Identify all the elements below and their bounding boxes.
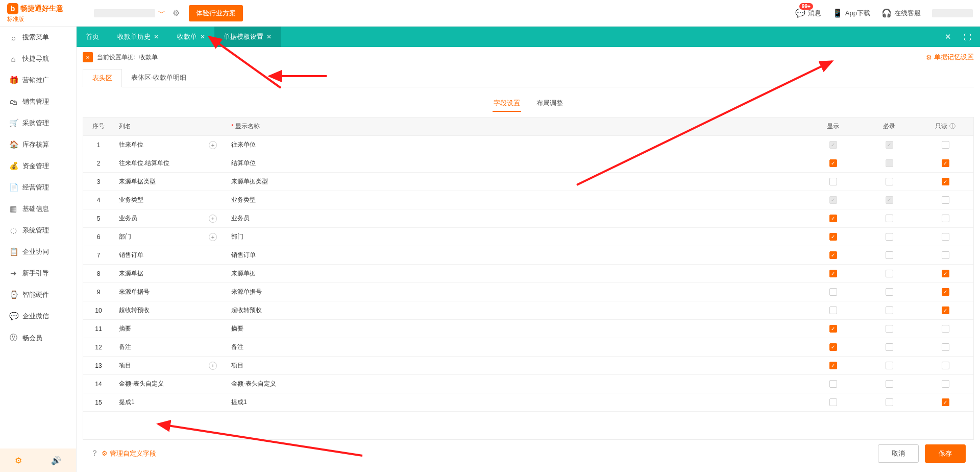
checkbox[interactable] bbox=[829, 288, 837, 296]
cell-display[interactable]: 销售订单 bbox=[226, 246, 805, 264]
checkbox[interactable] bbox=[886, 325, 893, 333]
gear-icon[interactable]: ⚙ bbox=[173, 8, 180, 18]
add-icon[interactable]: + bbox=[209, 141, 217, 149]
checkbox[interactable] bbox=[886, 215, 893, 222]
user-placeholder[interactable] bbox=[932, 9, 973, 17]
checkbox[interactable]: ✓ bbox=[829, 215, 837, 222]
checkbox[interactable] bbox=[886, 288, 893, 296]
sidebar-item-1[interactable]: ⌂快捷导航 bbox=[0, 48, 76, 69]
help-icon[interactable]: ⓘ bbox=[949, 122, 955, 131]
checkbox[interactable]: ✓ bbox=[829, 159, 837, 167]
checkbox[interactable]: ✓ bbox=[942, 398, 949, 406]
sidebar-item-12[interactable]: ⌚智能硬件 bbox=[0, 284, 76, 305]
cell-display[interactable]: 项目 bbox=[226, 357, 805, 374]
close-icon[interactable]: ✕ bbox=[266, 33, 272, 40]
checkbox[interactable] bbox=[829, 178, 837, 185]
fullscreen-icon[interactable]: ⛶ bbox=[961, 30, 974, 43]
checkbox[interactable]: ✓ bbox=[829, 325, 837, 333]
checkbox[interactable]: ✓ bbox=[942, 270, 949, 277]
sidebar-item-10[interactable]: 📋企业协同 bbox=[0, 241, 76, 263]
checkbox[interactable] bbox=[942, 215, 949, 222]
checkbox[interactable]: ✓ bbox=[942, 288, 949, 296]
sound-icon[interactable]: 🔊 bbox=[51, 456, 61, 465]
cell-display[interactable]: 来源单据 bbox=[226, 265, 805, 282]
checkbox[interactable] bbox=[886, 343, 893, 351]
checkbox[interactable] bbox=[886, 159, 893, 167]
checkbox[interactable]: ✓ bbox=[942, 306, 949, 314]
sidebar-item-4[interactable]: 🛒采购管理 bbox=[0, 112, 76, 134]
tab-2[interactable]: 收款单✕ bbox=[168, 27, 214, 47]
checkbox[interactable] bbox=[886, 178, 893, 185]
expand-icon[interactable]: » bbox=[83, 52, 93, 62]
checkbox[interactable] bbox=[942, 343, 949, 351]
cell-display[interactable]: 往来单位 bbox=[226, 136, 805, 154]
save-button[interactable]: 保存 bbox=[925, 444, 966, 463]
checkbox[interactable] bbox=[829, 306, 837, 314]
close-all-icon[interactable]: ✕ bbox=[941, 30, 954, 43]
cell-display[interactable]: 金额-表头自定义 bbox=[226, 375, 805, 393]
checkbox[interactable]: ✓ bbox=[829, 251, 837, 259]
cell-display[interactable]: 来源单据号 bbox=[226, 283, 805, 301]
sidebar-item-13[interactable]: 💬企业微信 bbox=[0, 305, 76, 327]
sidebar-item-6[interactable]: 💰资金管理 bbox=[0, 155, 76, 177]
checkbox[interactable] bbox=[942, 141, 949, 149]
sub-tab-1[interactable]: 布局调整 bbox=[535, 96, 564, 112]
checkbox[interactable]: ✓ bbox=[942, 178, 949, 185]
add-icon[interactable]: + bbox=[209, 215, 217, 223]
cell-display[interactable]: 超收转预收 bbox=[226, 301, 805, 319]
sidebar-item-0[interactable]: ⌕搜索菜单 bbox=[0, 27, 76, 48]
tab-0[interactable]: 首页 bbox=[77, 27, 108, 47]
cell-display[interactable]: 备注 bbox=[226, 338, 805, 356]
sidebar-item-2[interactable]: 🎁营销推广 bbox=[0, 69, 76, 91]
checkbox[interactable] bbox=[942, 196, 949, 204]
grid-body[interactable]: 1往来单位+往来单位✓✓2往来单位.结算单位结算单位✓✓3来源单据类型来源单据类… bbox=[83, 136, 973, 439]
checkbox[interactable] bbox=[942, 325, 949, 333]
checkbox[interactable] bbox=[886, 251, 893, 259]
checkbox[interactable] bbox=[942, 233, 949, 241]
checkbox[interactable] bbox=[886, 362, 893, 369]
checkbox[interactable]: ✓ bbox=[829, 196, 837, 204]
cell-display[interactable]: 提成1 bbox=[226, 393, 805, 411]
close-icon[interactable]: ✕ bbox=[200, 33, 205, 40]
checkbox[interactable]: ✓ bbox=[886, 141, 893, 149]
checkbox[interactable] bbox=[886, 380, 893, 388]
cell-display[interactable]: 摘要 bbox=[226, 320, 805, 338]
checkbox[interactable] bbox=[942, 380, 949, 388]
checkbox[interactable] bbox=[942, 251, 949, 259]
app-download-link[interactable]: 📱 App下载 bbox=[832, 8, 870, 18]
cell-display[interactable]: 来源单据类型 bbox=[226, 173, 805, 191]
cell-display[interactable]: 结算单位 bbox=[226, 154, 805, 172]
cell-display[interactable]: 业务类型 bbox=[226, 191, 805, 209]
tab-1[interactable]: 收款单历史✕ bbox=[108, 27, 168, 47]
cell-display[interactable]: 部门 bbox=[226, 228, 805, 246]
sidebar-item-7[interactable]: 📄经营管理 bbox=[0, 177, 76, 198]
checkbox[interactable]: ✓ bbox=[829, 343, 837, 351]
settings-icon[interactable]: ⚙ bbox=[15, 456, 22, 465]
checkbox[interactable] bbox=[886, 233, 893, 241]
checkbox[interactable]: ✓ bbox=[886, 196, 893, 204]
memory-settings-link[interactable]: ⚙ 单据记忆设置 bbox=[926, 53, 974, 62]
sidebar-item-14[interactable]: Ⓥ畅会员 bbox=[0, 327, 76, 349]
sidebar-item-11[interactable]: ➜新手引导 bbox=[0, 263, 76, 284]
checkbox[interactable]: ✓ bbox=[829, 141, 837, 149]
sub-tab-0[interactable]: 字段设置 bbox=[493, 96, 521, 112]
checkbox[interactable] bbox=[829, 380, 837, 388]
question-icon[interactable]: ？ bbox=[91, 449, 99, 458]
trial-button[interactable]: 体验行业方案 bbox=[189, 5, 243, 21]
checkbox[interactable]: ✓ bbox=[942, 159, 949, 167]
checkbox[interactable] bbox=[942, 362, 949, 369]
checkbox[interactable]: ✓ bbox=[829, 362, 837, 369]
add-icon[interactable]: + bbox=[209, 362, 217, 370]
sidebar-item-5[interactable]: 🏠库存核算 bbox=[0, 134, 76, 155]
checkbox[interactable] bbox=[829, 398, 837, 406]
section-tab-0[interactable]: 表头区 bbox=[83, 69, 122, 87]
manage-custom-fields-link[interactable]: ⚙ 管理自定义字段 bbox=[102, 449, 156, 458]
close-icon[interactable]: ✕ bbox=[154, 33, 159, 40]
sidebar-item-3[interactable]: 🛍销售管理 bbox=[0, 91, 76, 112]
checkbox[interactable] bbox=[886, 398, 893, 406]
add-icon[interactable]: + bbox=[209, 233, 217, 241]
checkbox[interactable] bbox=[886, 270, 893, 277]
online-service-link[interactable]: 🎧 在线客服 bbox=[881, 8, 921, 18]
sidebar-item-8[interactable]: ▦基础信息 bbox=[0, 198, 76, 220]
cell-display[interactable]: 业务员 bbox=[226, 209, 805, 227]
